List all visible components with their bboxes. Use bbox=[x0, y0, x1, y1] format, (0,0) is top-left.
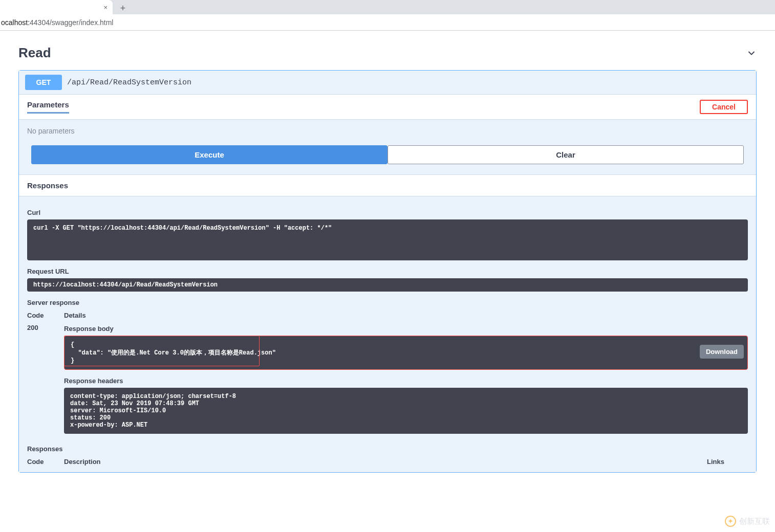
responses-area: Curl curl -X GET "https://localhost:4430… bbox=[19, 196, 756, 472]
details-column-header: Details bbox=[64, 312, 748, 319]
responses-schema-table-head: Code Description Links bbox=[27, 456, 748, 468]
code-column-header: Code bbox=[27, 312, 64, 319]
method-badge: GET bbox=[25, 75, 62, 90]
execute-button[interactable]: Execute bbox=[31, 145, 388, 164]
response-body-label: Response body bbox=[64, 325, 748, 332]
opblock-get: GET /api/Read/ReadSystemVersion Paramete… bbox=[18, 70, 757, 473]
browser-tab[interactable]: × bbox=[0, 0, 113, 14]
chevron-down-icon[interactable] bbox=[746, 48, 757, 58]
server-response-code: 200 bbox=[27, 324, 64, 331]
schema-links-header: Links bbox=[707, 458, 748, 465]
no-parameters-text: No parameters bbox=[27, 127, 75, 135]
download-button[interactable]: Download bbox=[700, 345, 744, 359]
execute-row: Execute Clear bbox=[19, 145, 756, 174]
response-body-wrap: { "data": "使用的是.Net Core 3.0的版本，项目名称是Rea… bbox=[64, 336, 748, 370]
request-url-label: Request URL bbox=[27, 268, 748, 275]
tag-name: Read bbox=[18, 45, 51, 61]
schema-description-header: Description bbox=[64, 458, 707, 465]
browser-tabstrip: × + bbox=[0, 0, 775, 14]
server-response-label: Server response bbox=[27, 299, 748, 306]
clear-button[interactable]: Clear bbox=[388, 145, 744, 164]
response-body-codebox[interactable]: { "data": "使用的是.Net Core 3.0的版本，项目名称是Rea… bbox=[64, 336, 748, 370]
curl-label: Curl bbox=[27, 209, 748, 216]
cancel-button[interactable]: Cancel bbox=[700, 100, 748, 114]
curl-codebox[interactable]: curl -X GET "https://localhost:44304/api… bbox=[27, 219, 748, 260]
parameters-header: Parameters Cancel bbox=[19, 94, 756, 120]
page-content: Read GET /api/Read/ReadSystemVersion Par… bbox=[0, 31, 775, 501]
parameters-title: Parameters bbox=[27, 100, 69, 114]
schema-code-header: Code bbox=[27, 458, 64, 465]
tag-header[interactable]: Read bbox=[18, 45, 757, 61]
parameters-body: No parameters bbox=[19, 120, 756, 145]
server-response-row: 200 Response body { "data": "使用的是.Net Co… bbox=[27, 322, 748, 443]
omnibox-text: ocalhost:44304/swagger/index.html bbox=[1, 18, 113, 27]
request-url-codebox[interactable]: https://localhost:44304/api/Read/ReadSys… bbox=[27, 278, 748, 292]
opblock-summary[interactable]: GET /api/Read/ReadSystemVersion bbox=[19, 71, 756, 94]
response-headers-codebox[interactable]: content-type: application/json; charset=… bbox=[64, 388, 748, 434]
omnibox-path: 44304/swagger/index.html bbox=[30, 18, 113, 27]
omnibox-host: ocalhost: bbox=[1, 18, 30, 27]
operation-path: /api/Read/ReadSystemVersion bbox=[67, 78, 191, 87]
close-icon[interactable]: × bbox=[103, 4, 107, 11]
response-headers-label: Response headers bbox=[64, 377, 748, 385]
responses-schema-header: Responses bbox=[27, 445, 748, 453]
server-response-table-head: Code Details bbox=[27, 309, 748, 322]
responses-header: Responses bbox=[19, 174, 756, 196]
new-tab-button[interactable]: + bbox=[116, 2, 130, 14]
address-bar[interactable]: ocalhost:44304/swagger/index.html bbox=[0, 14, 775, 31]
